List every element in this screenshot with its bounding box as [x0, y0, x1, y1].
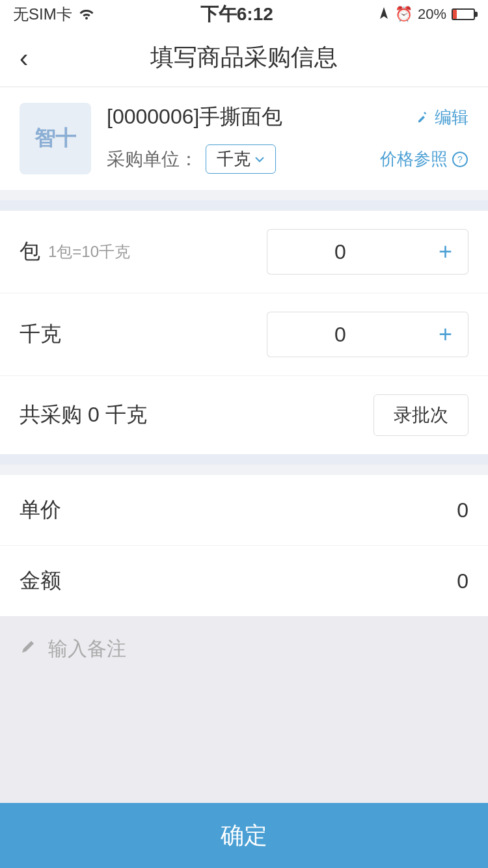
form-section: 包 1包=10千克 + 千克 +	[0, 211, 488, 376]
unit-price-value: 0	[457, 498, 468, 522]
back-button[interactable]: ‹	[20, 45, 28, 71]
amount-row: 金额 0	[0, 546, 488, 616]
package-input-group: +	[267, 229, 468, 275]
carrier-text: 无SIM卡	[13, 4, 72, 25]
gps-icon	[378, 6, 390, 23]
amount-label: 金额	[20, 567, 61, 595]
edit-button[interactable]: 编辑	[416, 106, 468, 129]
pencil-icon	[20, 638, 38, 661]
kg-label: 千克	[20, 320, 61, 349]
nav-bar: ‹ 填写商品采购信息	[0, 29, 488, 87]
batch-button[interactable]: 录批次	[373, 394, 468, 436]
unit-price-label: 单价	[20, 496, 61, 524]
status-left: 无SIM卡	[13, 4, 96, 25]
svg-text:?: ?	[457, 154, 463, 165]
product-thumbnail: 智十	[20, 103, 91, 174]
status-bar: 无SIM卡 下午6:12 ⏰ 20%	[0, 0, 488, 29]
package-input[interactable]	[267, 229, 423, 275]
unit-price-row: 单价 0	[0, 475, 488, 546]
product-card: 智十 [0000006]手撕面包 编辑 采购单位： 千克 价格参照 ?	[0, 87, 488, 190]
total-row: 共采购 0 千克 录批次	[0, 376, 488, 454]
product-name-row: [0000006]手撕面包 编辑	[107, 103, 468, 131]
wifi-icon	[77, 5, 96, 23]
product-name: [0000006]手撕面包	[107, 103, 282, 131]
price-ref-button[interactable]: 价格参照 ?	[380, 148, 468, 170]
kg-row: 千克 +	[0, 293, 488, 376]
total-text: 共采购 0 千克	[20, 401, 147, 429]
note-section[interactable]: 输入备注	[0, 616, 488, 720]
kg-input-group: +	[267, 312, 468, 357]
kg-input[interactable]	[267, 312, 423, 357]
amount-value: 0	[457, 569, 468, 593]
status-time: 下午6:12	[200, 2, 273, 27]
product-info: [0000006]手撕面包 编辑 采购单位： 千克 价格参照 ?	[107, 103, 468, 174]
divider-1	[0, 200, 488, 211]
package-label: 包 1包=10千克	[20, 237, 130, 266]
battery-icon	[452, 8, 475, 20]
battery-percentage: 20%	[418, 6, 446, 23]
divider-2	[0, 454, 488, 465]
kg-plus-button[interactable]: +	[423, 312, 468, 357]
page-title: 填写商品采购信息	[150, 42, 338, 74]
package-plus-button[interactable]: +	[423, 229, 468, 275]
unit-row: 采购单位： 千克 价格参照 ?	[107, 144, 468, 174]
price-section: 单价 0 金额 0	[0, 475, 488, 616]
confirm-button[interactable]: 确定	[0, 803, 488, 868]
note-placeholder: 输入备注	[48, 636, 126, 662]
unit-label: 采购单位：	[107, 147, 198, 172]
package-sub-label: 1包=10千克	[48, 241, 130, 262]
unit-select[interactable]: 千克	[206, 144, 276, 174]
alarm-icon: ⏰	[395, 6, 413, 23]
status-right: ⏰ 20%	[378, 6, 475, 23]
package-row: 包 1包=10千克 +	[0, 211, 488, 293]
